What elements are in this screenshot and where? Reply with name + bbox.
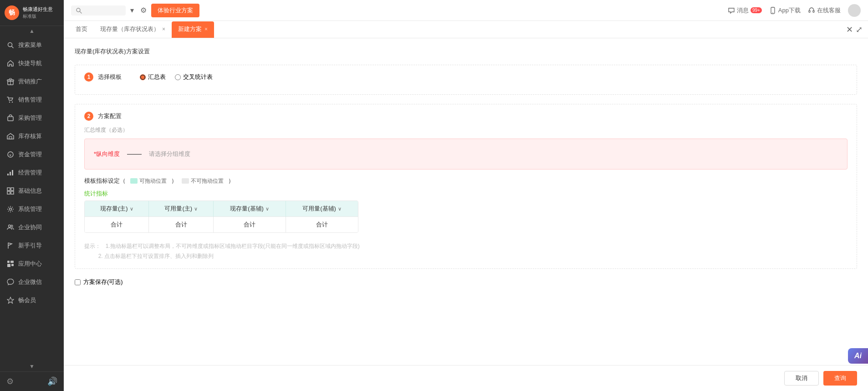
indicator-table-inner: 现存量(主) ∨ 可用量(主) ∨ xyxy=(85,201,358,232)
gear-btn[interactable]: ⚙ xyxy=(140,6,147,15)
sidebar-label-marketing: 营销推广 xyxy=(18,77,42,86)
sidebar-item-inventory[interactable]: 库存核算 xyxy=(0,127,64,145)
col-header-present-aux[interactable]: 现存量(基辅) ∨ xyxy=(214,201,286,217)
app-subtitle: 标准版 xyxy=(23,13,53,20)
sidebar: 畅 畅康通好生意 标准版 ▲ 搜索菜单 快捷导航 xyxy=(0,0,64,391)
warehouse-icon xyxy=(6,132,15,140)
svg-rect-29 xyxy=(809,10,810,12)
svg-point-19 xyxy=(11,225,13,227)
non-draggable-hint: 不可拖动位置 xyxy=(182,177,224,185)
sidebar-item-operations[interactable]: 经营管理 xyxy=(0,164,64,182)
message-icon xyxy=(728,7,735,14)
svg-rect-10 xyxy=(7,174,9,175)
message-item[interactable]: 消息 99+ xyxy=(728,6,762,15)
col-available-main-chevron[interactable]: ∨ xyxy=(194,206,198,212)
col-present-main-chevron[interactable]: ∨ xyxy=(130,206,133,212)
tab-close-panel-btn[interactable]: ✕ xyxy=(846,25,853,35)
sidebar-item-wechat[interactable]: 企业微信 xyxy=(0,273,64,291)
dim-dash: —— xyxy=(127,150,142,158)
tab-new-scheme[interactable]: 新建方案 × xyxy=(172,21,214,38)
radio-summary-label: 汇总表 xyxy=(148,73,166,81)
settings-footer-btn[interactable]: ⚙ xyxy=(6,376,14,386)
app-download-item[interactable]: App下载 xyxy=(769,6,801,15)
money-icon: ¥ xyxy=(6,150,15,159)
stat-indicators: 统计指标 现存量(主) ∨ xyxy=(84,190,848,234)
sidebar-item-enterprise[interactable]: 企业协同 xyxy=(0,218,64,237)
save-checkbox[interactable] xyxy=(75,279,81,285)
step2-header: 2 方案配置 xyxy=(84,112,848,121)
sidebar-item-finance[interactable]: ¥ 资金管理 xyxy=(0,145,64,164)
save-label: 方案保存(可选) xyxy=(83,278,123,286)
online-service-item[interactable]: 在线客服 xyxy=(808,6,841,15)
query-button[interactable]: 查询 xyxy=(823,371,857,386)
sidebar-item-sales[interactable]: 销售管理 xyxy=(0,91,64,109)
draggable-label: 可拖动位置 xyxy=(139,177,167,185)
col-present-aux-chevron[interactable]: ∨ xyxy=(266,206,269,212)
cell-available-aux: 合计 xyxy=(286,217,358,233)
dimension-box[interactable]: *纵向维度 —— 请选择分组维度 xyxy=(84,139,848,170)
cell-present-aux: 合计 xyxy=(214,217,286,233)
logo-icon: 畅 xyxy=(5,5,19,20)
sidebar-item-procurement[interactable]: 采购管理 xyxy=(0,109,64,127)
sidebar-item-member[interactable]: 畅会员 xyxy=(0,291,64,309)
col-header-available-aux[interactable]: 可用量(基辅) ∨ xyxy=(286,201,358,217)
sidebar-item-quick-nav[interactable]: 快捷导航 xyxy=(0,54,64,72)
sidebar-scroll-down[interactable]: ▼ xyxy=(0,361,64,371)
sidebar-item-search-menu[interactable]: 搜索菜单 xyxy=(0,36,64,54)
draggable-box xyxy=(130,178,138,184)
cancel-button[interactable]: 取消 xyxy=(784,371,819,386)
sidebar-label-operations: 经营管理 xyxy=(18,169,42,177)
search-box[interactable] xyxy=(71,5,126,15)
tab-new-scheme-close[interactable]: × xyxy=(204,26,208,32)
non-draggable-box xyxy=(182,178,189,184)
col-available-aux-chevron[interactable]: ∨ xyxy=(338,206,342,212)
sidebar-item-app-center[interactable]: 应用中心 xyxy=(0,255,64,273)
radio-summary[interactable]: 汇总表 xyxy=(140,73,166,81)
tab-inventory-status[interactable]: 现存量（库存状况表） × xyxy=(94,21,172,38)
message-label: 消息 xyxy=(737,6,749,15)
shopping-icon xyxy=(6,96,15,104)
svg-line-26 xyxy=(80,11,82,13)
cell-available-main: 合计 xyxy=(149,217,214,233)
col-header-available-main[interactable]: 可用量(主) ∨ xyxy=(149,201,214,217)
sidebar-item-system[interactable]: 系统管理 xyxy=(0,200,64,218)
tab-home[interactable]: 首页 xyxy=(69,21,94,38)
sidebar-item-base-info[interactable]: 基础信息 xyxy=(0,182,64,200)
draggable-hint: 可拖动位置 xyxy=(130,177,167,185)
sidebar-label-enterprise: 企业协同 xyxy=(18,223,42,232)
col-header-present-main[interactable]: 现存量(主) ∨ xyxy=(85,201,149,217)
sidebar-footer: ⚙ 🔊 xyxy=(0,371,64,391)
user-avatar[interactable] xyxy=(848,4,861,17)
tab-home-label: 首页 xyxy=(76,25,87,33)
tip-2: 2. 点击标题栏下拉可设置排序、插入列和删除列 xyxy=(98,252,214,262)
sidebar-label-guide: 新手引导 xyxy=(18,242,42,250)
sidebar-label-system: 系统管理 xyxy=(18,205,42,213)
search-input[interactable] xyxy=(85,7,121,14)
svg-rect-6 xyxy=(8,117,13,121)
radio-cross[interactable]: 交叉统计表 xyxy=(175,73,213,81)
sidebar-item-marketing[interactable]: 营销推广 xyxy=(0,72,64,91)
sidebar-item-guide[interactable]: 新手引导 xyxy=(0,237,64,255)
dropdown-btn[interactable]: ▾ xyxy=(130,6,134,15)
tab-expand-btn[interactable]: ⤢ xyxy=(856,25,863,35)
app-logo: 畅 畅康通好生意 标准版 xyxy=(0,0,64,26)
svg-rect-16 xyxy=(11,191,14,194)
member-icon xyxy=(6,296,15,304)
sidebar-scroll-up[interactable]: ▲ xyxy=(0,26,64,36)
sidebar-label-quick-nav: 快捷导航 xyxy=(18,59,42,67)
apps-icon xyxy=(6,260,15,268)
experience-btn[interactable]: 体验行业方案 xyxy=(151,4,199,17)
tab-controls: ✕ ⤢ xyxy=(846,25,863,35)
sidebar-label-finance: 资金管理 xyxy=(18,150,42,159)
svg-marker-24 xyxy=(7,297,14,304)
save-option: 方案保存(可选) xyxy=(75,278,857,286)
sound-footer-btn[interactable]: 🔊 xyxy=(47,376,57,386)
sidebar-label-inventory: 库存核算 xyxy=(18,132,42,140)
sidebar-label-procurement: 采购管理 xyxy=(18,114,42,122)
sidebar-label-app-center: 应用中心 xyxy=(18,260,42,268)
tab-inventory-close[interactable]: × xyxy=(162,26,165,32)
ai-badge[interactable]: Ai xyxy=(848,348,868,364)
step1-section: 1 选择模板 汇总表 交叉统计表 xyxy=(75,65,857,95)
bag-icon xyxy=(6,114,15,122)
flag-icon xyxy=(6,242,15,250)
